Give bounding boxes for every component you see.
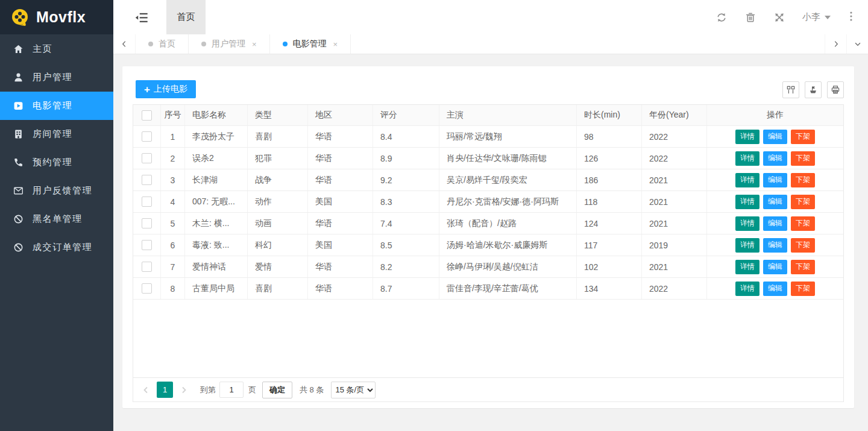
top-header: 首页 小李 xyxy=(113,0,868,34)
cell-movie-name: 误杀2 xyxy=(185,148,248,169)
detail-button[interactable]: 详情 xyxy=(735,173,760,187)
table-row: 7 爱情神话 爱情 华语 8.2 徐峥/马伊琍/吴越/倪虹洁 102 2021 … xyxy=(133,256,843,278)
tabs-menu-icon[interactable] xyxy=(846,34,868,54)
edit-button[interactable]: 编辑 xyxy=(763,282,787,296)
row-checkbox[interactable] xyxy=(142,218,152,228)
upload-movie-button[interactable]: + 上传电影 xyxy=(136,80,196,98)
sidebar-item-label: 主页 xyxy=(33,43,52,55)
total-count-label: 共 8 条 xyxy=(300,385,324,395)
detail-button[interactable]: 详情 xyxy=(735,151,760,166)
prev-page-icon[interactable] xyxy=(138,382,154,398)
tabbar-controls xyxy=(825,34,868,54)
row-checkbox[interactable] xyxy=(142,283,152,294)
chevron-down-icon xyxy=(825,16,831,19)
export-icon[interactable] xyxy=(805,81,822,98)
table-row: 4 007: 无暇... 动作 美国 8.3 丹尼尔·克雷格/安娜·德·阿玛斯 … xyxy=(133,191,843,213)
edit-button[interactable]: 编辑 xyxy=(763,130,787,144)
row-checkbox[interactable] xyxy=(142,131,152,142)
cell-duration: 98 xyxy=(577,126,642,147)
logo: Movflx xyxy=(0,0,113,34)
refresh-icon[interactable] xyxy=(716,12,727,23)
sidebar-item-orders[interactable]: 成交订单管理 xyxy=(0,233,113,262)
cell-region: 华语 xyxy=(308,169,373,190)
app-window: Movflx 主页 用户管理 电影管理 xyxy=(0,0,868,431)
edit-button[interactable]: 编辑 xyxy=(763,195,787,209)
tabs-scroll-left-icon[interactable] xyxy=(113,34,135,54)
edit-button[interactable]: 编辑 xyxy=(763,173,787,187)
cell-duration: 118 xyxy=(577,191,642,212)
cell-year: 2021 xyxy=(642,191,707,212)
sidebar-item-home[interactable]: 主页 xyxy=(0,35,113,63)
cell-type: 喜剧 xyxy=(248,126,308,147)
detail-button[interactable]: 详情 xyxy=(735,260,760,274)
page-size-select[interactable]: 15 条/页 xyxy=(331,382,376,398)
table-row: 1 李茂扮太子 喜剧 华语 8.4 玛丽/常远/魏翔 98 2022 详情 编辑… xyxy=(133,126,843,148)
header-home-tab[interactable]: 首页 xyxy=(166,0,206,34)
cell-region: 华语 xyxy=(308,256,373,277)
take-down-button[interactable]: 下架 xyxy=(791,130,815,144)
edit-button[interactable]: 编辑 xyxy=(763,260,787,274)
current-page-button[interactable]: 1 xyxy=(157,382,173,398)
cell-movie-name: 毒液: 致... xyxy=(185,234,248,256)
phone-icon xyxy=(13,157,24,168)
more-icon[interactable] xyxy=(846,11,856,24)
detail-button[interactable]: 详情 xyxy=(735,195,760,209)
sidebar-item-label: 房间管理 xyxy=(33,128,72,140)
trash-icon[interactable] xyxy=(745,12,756,23)
sidebar-item-movies[interactable]: 电影管理 xyxy=(0,92,113,120)
edit-button[interactable]: 编辑 xyxy=(763,151,787,166)
close-icon[interactable]: × xyxy=(252,40,257,49)
collapse-sidebar-icon[interactable] xyxy=(135,11,148,23)
detail-button[interactable]: 详情 xyxy=(735,130,760,144)
cell-no: 5 xyxy=(161,213,185,234)
tab-home[interactable]: 首页 xyxy=(135,34,189,54)
cell-actors: 汤姆·哈迪/米歇尔·威廉姆斯 xyxy=(439,234,577,256)
tabs-scroll-right-icon[interactable] xyxy=(825,34,846,54)
take-down-button[interactable]: 下架 xyxy=(791,173,815,187)
take-down-button[interactable]: 下架 xyxy=(791,151,815,166)
sidebar-item-reservations[interactable]: 预约管理 xyxy=(0,148,113,177)
confirm-page-button[interactable]: 确定 xyxy=(262,382,292,398)
row-checkbox[interactable] xyxy=(142,175,152,185)
sidebar-item-users[interactable]: 用户管理 xyxy=(0,63,113,92)
row-checkbox[interactable] xyxy=(142,262,152,272)
sidebar-item-blacklist[interactable]: 黑名单管理 xyxy=(0,205,113,233)
next-page-icon[interactable] xyxy=(176,382,192,398)
mail-icon xyxy=(13,186,24,196)
cell-score: 8.4 xyxy=(373,126,439,147)
sidebar-item-feedback[interactable]: 用户反馈管理 xyxy=(0,177,113,205)
columns-filter-icon[interactable] xyxy=(782,81,799,98)
goto-page-input[interactable] xyxy=(219,382,244,398)
edit-button[interactable]: 编辑 xyxy=(763,216,787,231)
edit-button[interactable]: 编辑 xyxy=(763,238,787,253)
take-down-button[interactable]: 下架 xyxy=(791,195,815,209)
row-checkbox[interactable] xyxy=(142,197,152,207)
cell-score: 8.2 xyxy=(373,256,439,277)
cell-type: 动画 xyxy=(248,213,308,234)
take-down-button[interactable]: 下架 xyxy=(791,238,815,253)
print-icon[interactable] xyxy=(827,81,844,98)
close-icon[interactable]: × xyxy=(333,40,338,49)
take-down-button[interactable]: 下架 xyxy=(791,216,815,231)
column-header: 操作 xyxy=(707,105,843,125)
row-checkbox[interactable] xyxy=(142,240,152,250)
building-icon xyxy=(13,129,24,139)
detail-button[interactable]: 详情 xyxy=(735,216,760,231)
sidebar-item-label: 预约管理 xyxy=(33,157,72,168)
cell-actors: 玛丽/常远/魏翔 xyxy=(439,126,577,147)
tab-movie-management[interactable]: 电影管理 × xyxy=(270,34,351,54)
take-down-button[interactable]: 下架 xyxy=(791,282,815,296)
detail-button[interactable]: 详情 xyxy=(735,282,760,296)
user-menu[interactable]: 小李 xyxy=(802,11,831,23)
select-all-checkbox[interactable] xyxy=(142,110,152,121)
sidebar-item-rooms[interactable]: 房间管理 xyxy=(0,120,113,148)
fullscreen-icon[interactable] xyxy=(774,12,785,23)
tab-user-management[interactable]: 用户管理 × xyxy=(189,34,270,54)
take-down-button[interactable]: 下架 xyxy=(791,260,815,274)
cell-year: 2021 xyxy=(642,213,707,234)
detail-button[interactable]: 详情 xyxy=(735,238,760,253)
cell-actors: 丹尼尔·克雷格/安娜·德·阿玛斯 xyxy=(439,191,577,212)
row-checkbox[interactable] xyxy=(142,153,152,163)
column-header: 地区 xyxy=(308,105,373,125)
tab-dot-icon xyxy=(148,42,153,46)
